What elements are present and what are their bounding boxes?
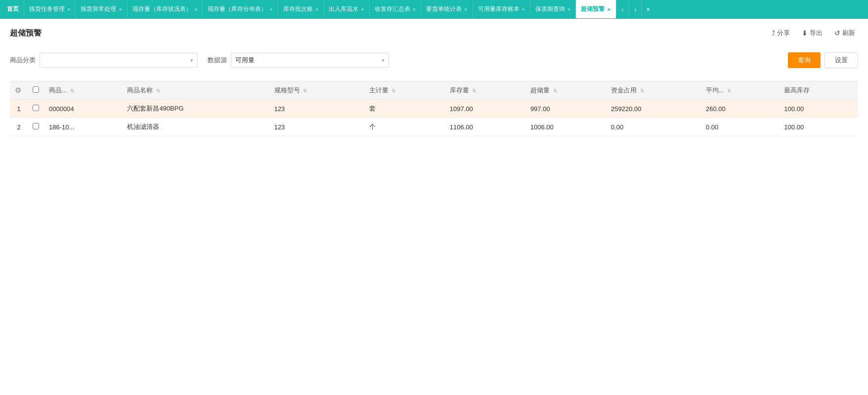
data-table: ⚙ 商品... ⇅ 商品名称 ⇅ 规格型号 ⇅ 主计量 [10,81,858,136]
table-row: 1 0000004 六配套新昌490BPG 123 套 1097.00 997.… [10,100,858,118]
table-row: 2 186-10... 机油滤清器 123 个 1106.00 1006.00 … [10,118,858,136]
row-2-capital: 0.00 [606,118,701,136]
nav-tab-stock-status[interactable]: 现存量（库存状况表） × [128,0,203,19]
nav-tab-abnormal[interactable]: 拣货异常处理 × [76,0,127,19]
row-checkbox-1 [28,100,44,118]
sort-product-name-icon[interactable]: ⇅ [156,88,160,93]
close-tab-stock-status[interactable]: × [194,6,197,12]
nav-tab-stock-dist[interactable]: 现存量（库存分布表） × [203,0,278,19]
nav-tab-overstock-warning[interactable]: 超储预警 × [576,0,615,19]
export-button[interactable]: ⬇ 导出 [799,27,825,40]
close-tab-available-account[interactable]: × [522,6,525,12]
nav-close-all-arrow[interactable]: × [642,0,654,19]
th-stock: 库存量 ⇅ [445,81,525,100]
row-2-checkbox[interactable] [33,123,39,129]
th-overstock: 超储量 ⇅ [525,81,606,100]
close-tab-quality-check[interactable]: × [567,6,570,12]
row-2-product-code: 186-10... [44,118,122,136]
nav-tab-available-account[interactable]: 可用量库存账本 × [473,0,530,19]
row-2-spec: 123 [269,118,364,136]
refresh-button[interactable]: ↺ 刷新 [831,27,858,40]
th-settings: ⚙ [10,81,28,100]
nav-next-arrow[interactable]: › [629,0,642,19]
row-1-avg: 260.00 [701,100,779,118]
row-1-overstock: 997.00 [525,100,606,118]
datasource-label: 数据源 [208,56,227,65]
nav-tab-collect-summary[interactable]: 收发存汇总表 × [370,0,421,19]
share-button[interactable]: ⤴ 分享 [769,27,793,40]
header-actions: ⤴ 分享 ⬇ 导出 ↺ 刷新 [769,27,858,40]
row-1-product-name: 六配套新昌490BPG [122,100,269,118]
th-unit: 主计量 ⇅ [364,81,445,100]
nav-tab-order-stats[interactable]: 要货单统计表 × [421,0,473,19]
row-checkbox-2 [28,118,44,136]
page-header: 超储预警 ⤴ 分享 ⬇ 导出 ↺ 刷新 [10,27,858,40]
close-tab-task-mgmt[interactable]: × [67,6,70,12]
datasource-select-value: 可用量 [235,56,255,65]
sort-unit-icon[interactable]: ⇅ [391,88,395,93]
page-content: 超储预警 ⤴ 分享 ⬇ 导出 ↺ 刷新 商品分类 ▾ 数据源 [0,19,868,395]
table-body: 1 0000004 六配套新昌490BPG 123 套 1097.00 997.… [10,100,858,136]
category-select-arrow: ▾ [190,57,193,64]
nav-tab-quality-check[interactable]: 保质期查询 × [530,0,576,19]
refresh-icon: ↺ [834,29,840,37]
row-1-max-stock: 100.00 [779,100,858,118]
row-1-spec: 123 [269,100,364,118]
sort-stock-icon[interactable]: ⇅ [472,88,476,93]
row-2-unit: 个 [364,118,445,136]
row-num-1: 1 [10,100,28,118]
row-2-product-name: 机油滤清器 [122,118,269,136]
page-title: 超储预警 [10,28,42,39]
top-navigation: 首页 拣货任务管理 × 拣货异常处理 × 现存量（库存状况表） × 现存量（库存… [0,0,868,19]
export-icon: ⬇ [802,29,808,37]
settings-button[interactable]: 设置 [825,52,858,68]
sort-product-code-icon[interactable]: ⇅ [70,88,74,93]
row-2-stock: 1106.00 [445,118,525,136]
nav-tab-inout-flow[interactable]: 出入库流水 × [324,0,369,19]
row-1-capital: 259220.00 [606,100,701,118]
filter-area: 商品分类 ▾ 数据源 可用量 ▾ 查询 设置 [10,47,858,73]
nav-tab-task-mgmt[interactable]: 拣货任务管理 × [24,0,76,19]
th-max-stock: 最高库存 [779,81,858,100]
category-label: 商品分类 [10,56,36,65]
share-icon: ⤴ [772,29,775,37]
th-avg: 平均... ⇅ [701,81,779,100]
datasource-select[interactable]: 可用量 ▾ [231,53,389,68]
close-tab-overstock-warning[interactable]: × [607,6,610,12]
table-header: ⚙ 商品... ⇅ 商品名称 ⇅ 规格型号 ⇅ 主计量 [10,81,858,100]
filter-button-group: 查询 设置 [788,52,858,68]
datasource-select-arrow: ▾ [382,57,385,64]
sort-overstock-icon[interactable]: ⇅ [553,88,557,93]
query-button[interactable]: 查询 [788,52,821,68]
row-2-max-stock: 100.00 [779,118,858,136]
close-tab-order-stats[interactable]: × [464,6,467,12]
close-tab-abnormal[interactable]: × [119,6,122,12]
th-product-name: 商品名称 ⇅ [122,81,269,100]
category-select[interactable]: ▾ [40,53,198,68]
select-all-checkbox[interactable] [33,86,39,93]
row-1-checkbox[interactable] [33,105,39,111]
th-product-code: 商品... ⇅ [44,81,122,100]
sort-capital-icon[interactable]: ⇅ [640,88,644,93]
row-1-unit: 套 [364,100,445,118]
row-2-avg: 0.00 [701,118,779,136]
close-tab-batch[interactable]: × [315,6,318,12]
close-tab-stock-dist[interactable]: × [269,6,272,12]
th-capital: 资金占用 ⇅ [606,81,701,100]
settings-gear-icon[interactable]: ⚙ [15,86,21,94]
category-filter-group: 商品分类 ▾ [10,53,198,68]
nav-tab-home[interactable]: 首页 [2,0,24,19]
close-tab-inout-flow[interactable]: × [361,6,364,12]
th-checkbox [28,81,44,100]
row-2-overstock: 1006.00 [525,118,606,136]
row-1-product-code: 0000004 [44,100,122,118]
nav-tab-batch[interactable]: 库存批次账 × [278,0,324,19]
row-1-stock: 1097.00 [445,100,525,118]
sort-avg-icon[interactable]: ⇅ [727,88,731,93]
th-spec: 规格型号 ⇅ [269,81,364,100]
row-num-2: 2 [10,118,28,136]
sort-spec-icon[interactable]: ⇅ [303,88,307,93]
close-tab-collect-summary[interactable]: × [413,6,416,12]
nav-prev-arrow[interactable]: ‹ [616,0,629,19]
datasource-filter-group: 数据源 可用量 ▾ [208,53,389,68]
